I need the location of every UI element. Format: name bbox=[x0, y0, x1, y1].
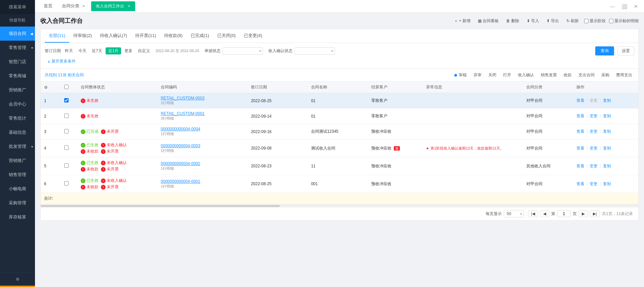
sidebar-search[interactable]: 搜索菜单 bbox=[0, 0, 35, 14]
delete-button[interactable]: 🗑 删除 bbox=[504, 17, 521, 25]
action-close[interactable]: 关闭 bbox=[486, 72, 498, 79]
minimize-button[interactable]: — bbox=[608, 3, 617, 10]
copy-link[interactable]: 复制 bbox=[603, 163, 611, 169]
filter-tab-completed[interactable]: 已完成(1) bbox=[187, 29, 213, 43]
board-button[interactable]: ▦ 合同看板 bbox=[476, 17, 501, 25]
col-header-settings[interactable]: ⚙ bbox=[41, 82, 61, 93]
tab-income-workbench[interactable]: 收入合同工作台 ✕ bbox=[91, 1, 135, 11]
show-detail-input[interactable] bbox=[609, 19, 613, 23]
sidebar-item-onlineshop[interactable]: 零售商城 bbox=[0, 69, 35, 83]
action-receipt[interactable]: 收款 bbox=[562, 72, 574, 79]
prev-page-button[interactable]: ◀ bbox=[540, 210, 549, 217]
close-icon[interactable]: ✕ bbox=[127, 4, 130, 8]
sidebar-item-marketing1[interactable]: 营销推广 bbox=[0, 83, 35, 97]
date-btn-1month[interactable]: 近1月 bbox=[106, 47, 121, 54]
contract-code-link[interactable]: RETAIL_CUSTOM-0003 bbox=[161, 96, 244, 100]
sidebar-settings[interactable]: ⚙ bbox=[0, 273, 35, 286]
filter-tab-pending-review[interactable]: 待审核(2) bbox=[69, 29, 96, 43]
action-sales-invoice[interactable]: 销售发票 bbox=[539, 72, 559, 79]
edit-link[interactable]: 变更 bbox=[590, 146, 598, 151]
date-btn-more[interactable]: 更多 bbox=[122, 47, 135, 54]
action-print[interactable]: 打开 bbox=[501, 72, 513, 79]
sidebar-item-xiaochangec[interactable]: 小畅电商 bbox=[0, 182, 35, 196]
refresh-button[interactable]: ↻ 刷新 bbox=[564, 17, 581, 25]
view-link[interactable]: 查看 bbox=[576, 146, 584, 151]
page-number-input[interactable] bbox=[557, 210, 571, 217]
date-btn-yesterday[interactable]: 昨天 bbox=[63, 47, 75, 54]
action-review[interactable]: 审核 bbox=[452, 72, 469, 79]
contract-code-link[interactable]: 0000000000004-0003 bbox=[161, 144, 244, 148]
date-btn-7days[interactable]: 近7天 bbox=[90, 47, 104, 54]
view-link[interactable]: 查看 bbox=[576, 163, 584, 169]
sidebar-item-retail[interactable]: 零售管理 ▾ bbox=[0, 41, 35, 55]
sidebar-item-member[interactable]: 会员中心 bbox=[0, 97, 35, 111]
edit-link[interactable]: 变更 bbox=[590, 181, 598, 187]
tab-home[interactable]: 首页 bbox=[39, 0, 57, 12]
query-button[interactable]: 查询 bbox=[595, 46, 614, 55]
copy-link[interactable]: 复制 bbox=[603, 113, 611, 119]
col-header-checkbox[interactable] bbox=[61, 82, 77, 93]
settings-button[interactable]: 设置 bbox=[617, 46, 634, 55]
sidebar-item-marketing2[interactable]: 营销推广 bbox=[0, 154, 35, 168]
edit-link[interactable]: 变更 bbox=[590, 129, 598, 134]
filter-tab-closed[interactable]: 已关闭(0) bbox=[213, 29, 240, 43]
filter-tab-changed[interactable]: 已变更(4) bbox=[240, 29, 266, 43]
row-checkbox[interactable] bbox=[61, 93, 77, 109]
sidebar-item-stats[interactable]: 零售统计 bbox=[0, 111, 35, 125]
show-stage-input[interactable] bbox=[584, 19, 589, 23]
filter-tab-pending-invoice[interactable]: 待开票(11) bbox=[131, 29, 160, 43]
row-checkbox[interactable] bbox=[61, 157, 77, 175]
filter-tab-pending-income-confirm[interactable]: 待收入确认(7) bbox=[96, 29, 131, 43]
copy-link[interactable]: 复制 bbox=[603, 146, 611, 151]
import-button[interactable]: ⬇ 导入 bbox=[525, 17, 541, 25]
contract-code-link[interactable]: 0000000000004-0004 bbox=[161, 127, 244, 131]
sidebar-item-basic[interactable]: 基础信息 bbox=[0, 125, 35, 139]
edit-link[interactable]: 变更 bbox=[590, 98, 598, 104]
horizontal-scrollbar[interactable] bbox=[41, 204, 638, 207]
maximize-button[interactable]: ⬜ bbox=[619, 3, 629, 10]
sidebar-nav-label[interactable]: 快捷导航 bbox=[0, 14, 35, 27]
close-window-button[interactable]: ✕ bbox=[632, 3, 640, 10]
action-fee-out[interactable]: 费用支出 bbox=[614, 72, 634, 79]
show-stage-checkbox[interactable]: 显示阶段 bbox=[584, 18, 606, 24]
next-page-button[interactable]: ▶ bbox=[579, 210, 588, 217]
last-page-button[interactable]: ▶| bbox=[590, 210, 600, 217]
income-confirm-select[interactable] bbox=[295, 47, 335, 55]
filter-tab-all[interactable]: 全部(11) bbox=[45, 29, 69, 43]
filter-tab-pending-payment[interactable]: 待收款(8) bbox=[160, 29, 187, 43]
action-income-confirm[interactable]: 收入确认 bbox=[516, 72, 536, 79]
expand-conditions-button[interactable]: ∨ 展开更多条件 bbox=[45, 57, 634, 65]
copy-link[interactable]: 复制 bbox=[603, 129, 611, 134]
doc-status-select[interactable] bbox=[223, 47, 263, 55]
per-page-select[interactable]: 50 20 100 bbox=[504, 210, 524, 217]
export-button[interactable]: ⬆ 导出 bbox=[544, 17, 561, 25]
copy-link[interactable]: 复制 bbox=[603, 98, 611, 104]
view-link[interactable]: 查看 bbox=[576, 181, 584, 187]
date-btn-today[interactable]: 今天 bbox=[76, 47, 88, 54]
show-detail-checkbox[interactable]: 显示标的明细 bbox=[609, 18, 639, 24]
close-icon[interactable]: ✕ bbox=[82, 4, 85, 8]
sidebar-item-inventory[interactable]: 库存核算 bbox=[0, 210, 35, 224]
sidebar-item-purchase[interactable]: 采购管理 bbox=[0, 196, 35, 210]
contract-code-link[interactable]: RETAIL_CUSTOM-0001 bbox=[161, 111, 244, 116]
sidebar-item-project[interactable]: 项目合同 ◀ bbox=[0, 27, 35, 41]
row-checkbox[interactable] bbox=[61, 109, 77, 124]
action-abandon[interactable]: 弃审 bbox=[471, 72, 484, 79]
edit-link[interactable]: 变更 bbox=[590, 113, 598, 119]
select-all-checkbox[interactable] bbox=[64, 85, 69, 89]
row-checkbox[interactable] bbox=[61, 124, 77, 139]
sidebar-item-smartstore[interactable]: 智慧门店 bbox=[0, 55, 35, 69]
contract-code-link[interactable]: 0000000000004-0002 bbox=[161, 161, 244, 166]
edit-link[interactable]: 变更 bbox=[590, 163, 598, 169]
copy-link[interactable]: 复制 bbox=[603, 181, 611, 187]
row-checkbox[interactable] bbox=[61, 175, 77, 193]
view-link[interactable]: 查看 bbox=[576, 98, 584, 104]
sidebar-item-sales[interactable]: 销售管理 bbox=[0, 168, 35, 182]
action-purchase[interactable]: 采购 bbox=[599, 72, 611, 79]
contract-code-link[interactable]: 0000000000004-0001 bbox=[161, 179, 244, 184]
view-link[interactable]: 查看 bbox=[576, 113, 584, 119]
sidebar-item-wholesale[interactable]: 批发管理 ▾ bbox=[0, 139, 35, 154]
tab-contract-category[interactable]: 合同分类 ✕ bbox=[57, 0, 90, 12]
view-link[interactable]: 查看 bbox=[576, 129, 584, 134]
first-page-button[interactable]: |◀ bbox=[528, 210, 538, 217]
